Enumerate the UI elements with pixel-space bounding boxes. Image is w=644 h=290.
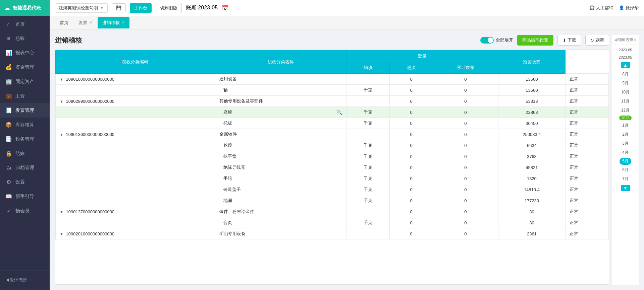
tab-invoice-close[interactable]: ✕ <box>89 20 92 25</box>
expand-toggle[interactable]: 全部展开 <box>480 37 513 44</box>
workbench-button[interactable]: 工作台 <box>130 3 152 13</box>
child-sales: 0 <box>390 151 433 162</box>
toggle-switch[interactable] <box>480 37 494 44</box>
child-purchase: 0 <box>433 140 498 151</box>
child-sales: 0 <box>390 184 433 195</box>
child-name: 地漏 <box>215 195 346 206</box>
period-label: 账期 2023-05 <box>186 4 218 11</box>
collapse-arrow[interactable]: ▼ <box>60 133 63 137</box>
month-12[interactable]: 12月 <box>613 106 637 115</box>
month-3[interactable]: 3月 <box>613 139 637 148</box>
period-panel-header: ◀ 期间选择 ✕ <box>612 35 639 45</box>
sidebar-bottom[interactable]: ◀取消固定 <box>0 270 50 290</box>
sidebar-item-guide[interactable]: 📖 新手引导 <box>0 189 50 204</box>
scroll-down-button[interactable]: ▼ <box>621 185 630 191</box>
search-icon[interactable]: 🔍 <box>336 110 342 115</box>
scroll-up-button[interactable]: ▲ <box>621 62 630 68</box>
month-7[interactable]: 7月 <box>613 174 637 184</box>
table-row[interactable]: ▼ 10902010000000000000 矿山专用设备 0 0 2361 正… <box>56 228 609 239</box>
company-selector[interactable]: 沈海英测试经营勾削 ▼ <box>55 3 108 13</box>
product-code-button[interactable]: 商品编码设置 <box>517 35 553 46</box>
scroll-up-container: ▲ <box>613 62 637 69</box>
main-panel: 进销稽核 全部展开 商品编码设置 ⬇ 下载 ↻ 刷新 <box>55 35 609 285</box>
collapse-arrow[interactable]: ▼ <box>60 210 63 214</box>
table-row[interactable]: ▼ 10901360000000000000 金属铸件 0 0 250083.4… <box>56 129 609 140</box>
child-status: 正常 <box>566 107 609 118</box>
download-button[interactable]: ⬇ 下载 <box>557 35 581 46</box>
sidebar-item-inventory[interactable]: 📦 库存核算 <box>0 118 50 132</box>
user-menu[interactable]: 👤 徐泽华 <box>619 5 639 11</box>
month-11[interactable]: 11月 <box>613 97 637 106</box>
table-row[interactable]: 抹平盘 千克 0 0 3768 正常 <box>56 151 609 162</box>
month-4[interactable]: 4月 <box>613 148 637 157</box>
sidebar-item-archive[interactable]: 🗂 归档管理 <box>0 161 50 175</box>
sidebar-item-tax[interactable]: 📑 税务管理 <box>0 132 50 146</box>
refresh-button[interactable]: ↻ 刷新 <box>585 35 609 46</box>
table-row[interactable]: 铸造盖子 千克 0 0 14810.4 正常 <box>56 184 609 195</box>
group-code: ▼ 10901370000000000000 <box>56 206 215 217</box>
child-name: 轮毂 <box>215 140 346 151</box>
sidebar-item-assets[interactable]: 🏢 固定资产 <box>0 74 50 89</box>
sidebar-nav: ⌂ 首页 ≡ 总账 📊 报表中心 💰 资金管理 🏢 固定资产 💼 工资 <box>0 16 50 270</box>
collapse-arrow[interactable]: ▼ <box>60 99 63 103</box>
table-row[interactable]: 座椅 🔍 千克 0 0 22868 正常 <box>56 107 609 118</box>
child-code <box>56 140 215 151</box>
table-row[interactable]: ▼ 10902990000000000000 其他专用设备及零部件 0 0 53… <box>56 96 609 107</box>
collapse-arrow[interactable]: ▼ <box>60 77 63 81</box>
scroll-down-container: ▼ <box>613 184 637 192</box>
sidebar-item-payroll[interactable]: 💼 工资 <box>0 89 50 103</box>
month-10[interactable]: 10月 <box>613 88 637 97</box>
tab-reconcile[interactable]: 进销稽核 ✕ <box>98 17 129 28</box>
sidebar-item-finance[interactable]: 💰 资金管理 <box>0 60 50 74</box>
tab-home[interactable]: 首页 <box>55 17 73 28</box>
month-6[interactable]: 6月 <box>613 165 637 174</box>
period-panel-expand-icon[interactable]: ◀ <box>614 38 617 42</box>
sidebar-item-home[interactable]: ⌂ 首页 <box>0 17 50 31</box>
tab-reconcile-close[interactable]: ✕ <box>122 20 125 25</box>
sidebar-item-member[interactable]: ✓ 畅会员 <box>0 204 50 218</box>
table-row[interactable]: 绝缘导线壳 千克 0 0 45821 正常 <box>56 162 609 173</box>
reports-icon: 📊 <box>5 50 12 56</box>
month-8[interactable]: 8月 <box>613 70 637 79</box>
table-row[interactable]: 托板 千克 0 0 30450 正常 <box>56 118 609 129</box>
table-row[interactable]: ▼ 10901000000000000000 通用设备 0 0 13560 正常 <box>56 74 609 85</box>
child-status: 正常 <box>566 217 609 228</box>
child-purchase: 0 <box>433 107 498 118</box>
calendar-icon[interactable]: 📅 <box>222 5 228 11</box>
sidebar-item-ledger[interactable]: ≡ 总账 <box>0 31 50 46</box>
child-status: 正常 <box>566 151 609 162</box>
table-row[interactable]: 合页 千克 0 0 30 正常 <box>56 217 609 228</box>
table-row[interactable]: 轮毂 千克 0 0 6634 正常 <box>56 140 609 151</box>
switch-version-button[interactable]: 切到旧版 <box>156 3 182 13</box>
table-row[interactable]: 手轮 千克 0 0 1820 正常 <box>56 173 609 184</box>
period-panel-close-icon[interactable]: ✕ <box>633 38 637 42</box>
closing-icon: 🔒 <box>5 150 12 157</box>
active-month-5[interactable]: 5月 <box>620 158 631 165</box>
unpin-button[interactable]: ◀取消固定 <box>5 275 44 286</box>
table-row[interactable]: 地漏 千克 0 0 177230 正常 <box>56 195 609 206</box>
support-button[interactable]: 🎧 人工咨询 <box>589 5 613 11</box>
save-button[interactable]: 💾 <box>112 3 126 12</box>
child-sales: 0 <box>390 118 433 129</box>
sidebar-item-reports[interactable]: 📊 报表中心 <box>0 46 50 60</box>
month-1[interactable]: 1月 <box>613 121 637 130</box>
child-status: 正常 <box>566 184 609 195</box>
page-actions: 全部展开 商品编码设置 ⬇ 下载 ↻ 刷新 <box>480 35 609 46</box>
period-2023-05-a[interactable]: 2023.05 <box>613 46 637 54</box>
tab-invoice[interactable]: 发票 ✕ <box>74 17 97 28</box>
table-row[interactable]: ▼ 10901370000000000000 锻件、粉末冶金件 0 0 30 正… <box>56 206 609 217</box>
group-sales: 0 <box>390 206 433 217</box>
period-2023-05-b[interactable]: 2023.05 <box>613 54 637 61</box>
collapse-arrow[interactable]: ▼ <box>60 232 63 236</box>
group-name: 其他专用设备及零部件 <box>215 96 346 107</box>
table-row[interactable]: 轴 千克 0 0 13560 正常 <box>56 85 609 96</box>
sidebar-label-inventory: 库存核算 <box>15 122 34 128</box>
child-status: 正常 <box>566 85 609 96</box>
tab-invoice-label: 发票 <box>78 20 87 26</box>
sidebar-item-invoice[interactable]: 🧾 发票管理 <box>0 103 50 118</box>
sidebar-item-settings[interactable]: ⚙ 设置 <box>0 175 50 189</box>
group-purchase: 0 <box>433 129 498 140</box>
month-2[interactable]: 2月 <box>613 130 637 139</box>
sidebar-item-closing[interactable]: 🔒 结账 <box>0 146 50 161</box>
month-9[interactable]: 9月 <box>613 79 637 88</box>
